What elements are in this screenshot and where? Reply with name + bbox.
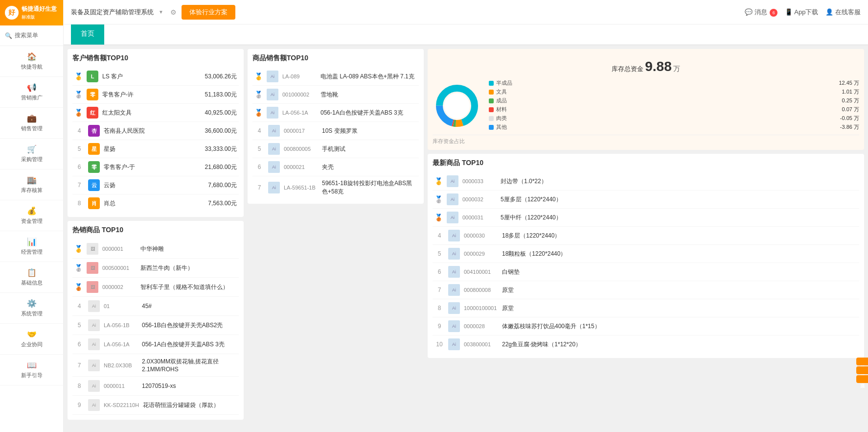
customer-value: 7,563.00元 [208,199,237,208]
logo-title: 畅捷通好生意 [22,5,57,13]
finance-icon: 💰 [27,206,37,216]
product-name: 新西兰牛肉（新牛） [140,264,237,272]
customer-list-item: 🥈 零 零售客户-许 51,183.00元 [72,86,239,104]
tab-home[interactable]: 首页 [71,24,104,45]
product-img: Ai [448,302,460,314]
hot-product-item: 5 Ai LA-056-1B 056-1B白色按键开关壳ABS2壳 [72,316,239,335]
legend-item: 半成品 12.45 万 [489,79,859,87]
product-img: Ai [88,360,100,371]
product-name: 夹壳 [322,163,417,171]
rank-num: 9 [434,323,444,330]
product-name: 原堂 [502,286,857,294]
newest-products-card: 最新商品 TOP10 🥇 Ai 0000033 封边带（1.0*22）🥈 Ai … [428,154,864,358]
app-download-link[interactable]: 📱 App下载 [785,8,818,17]
newest-product-item: 🥈 Ai 0000032 5厘多层（1220*2440） [433,191,859,209]
newest-product-item: 4 Ai 0000030 18多层（1220*2440） [433,227,859,245]
product-code: LA-056-1A [104,341,138,347]
product-code: 0000001 [102,246,137,252]
system-icon: ⚙️ [27,299,37,308]
customer-avatar: L [87,71,98,82]
product-name: 原堂 [502,304,857,312]
middle-left-panel: 客户销售额TOP10 🥇 L LS 客户 53,006.26元🥈 零 零售客户-… [68,49,244,428]
legend-label: 材料 [496,106,840,113]
float-service-btn[interactable]: 直播 [856,375,868,383]
sidebar-item-system[interactable]: ⚙️系统管理 [0,293,63,324]
sidebar-item-finance[interactable]: 💰资金管理 [0,200,63,231]
sidebar-item-basic[interactable]: 📋基础信息 [0,262,63,293]
search-menu-button[interactable]: 🔍 搜索菜单 [5,29,58,42]
legend-label: 文具 [496,88,840,96]
online-service-link[interactable]: 👤 在线客服 [825,8,861,17]
customer-value: 36,600.00元 [205,127,237,135]
customer-name: 零售客户-许 [102,91,201,99]
customer-list: 🥇 L LS 客户 53,006.26元🥈 零 零售客户-许 51,183.00… [72,68,239,212]
float-service-btn[interactable]: 客服热线 [856,358,868,365]
product-name: 59651-1B旋转投影灯电池盒ABS黑色+58克 [322,179,417,196]
product-img: Ai [88,319,100,331]
customer-avatar: 云 [88,179,100,191]
product-code: 0000028 [464,323,498,329]
product-img: Ai [268,161,280,173]
legend-item: 成品 0.25 万 [489,97,859,104]
legend-dot [489,81,494,86]
legend-label: 其他 [496,123,838,131]
rank-num: 7 [254,184,264,191]
sidebar-item-purchase[interactable]: 🛒采购管理 [0,139,63,169]
customer-list-item: 🥉 红 红太阳文具 40,925.00元 [72,104,239,122]
search-menu-label: 搜索菜单 [15,31,38,40]
customer-avatar: 星 [88,143,100,155]
product-code: NB2.0X30B [104,362,138,368]
product-img: Ai [268,125,280,137]
sidebar-item-guide[interactable]: 📖新手引导 [0,355,63,385]
sidebar-search-area[interactable]: 🔍 搜索菜单 [0,25,63,46]
product-img: 🖼 [87,281,98,293]
hot-product-item: 4 Ai 01 45# [72,297,239,316]
product-code: 000800008 [464,287,498,293]
rank-medal: 🥈 [434,195,443,203]
sidebar-item-company[interactable]: 🤝企业协同 [0,324,63,355]
rank-num: 7 [74,182,84,189]
sidebar-item-quick-nav[interactable]: 🏠快捷导航 [0,46,63,77]
newest-product-item: 7 Ai 000800008 原堂 [433,281,859,299]
rank-num: 9 [74,402,84,408]
gear-icon[interactable]: ⚙ [170,8,177,16]
legend-value: 12.45 万 [839,79,859,87]
rank-medal: 🥇 [74,245,83,253]
product-name: 45# [142,303,237,310]
customer-avatar: 红 [87,107,98,119]
right-panel: 库存总资金 9.88 万 [428,49,864,428]
sidebar-item-marketing[interactable]: 📢营销推广 [0,77,63,108]
float-service-btn[interactable]: 服务社区 [856,366,868,374]
product-code: 0000031 [462,215,497,220]
product-name: 12070519-xs [142,383,237,389]
legend-dot [489,125,494,130]
product-name: 花语萌恒温分罐罐袋（厚款） [143,401,237,409]
rank-num: 10 [434,341,444,348]
sidebar-item-operation[interactable]: 📊经营管理 [0,231,63,262]
product-name: 封边带（1.0*22） [501,177,857,186]
product-code: 003800001 [464,341,498,347]
newest-product-item: 🥇 Ai 0000033 封边带（1.0*22） [433,172,859,191]
rank-num: 4 [74,127,84,134]
sidebar-item-inventory[interactable]: 🏬库存核算 [0,169,63,200]
product-img: Ai [267,89,278,100]
inventory-legend: 半成品 12.45 万 文具 1.01 万 成品 0.25 万 材料 0.07 … [489,79,859,132]
try-btn[interactable]: 体验行业方案 [182,5,235,20]
logo-icon: 好 [5,6,19,20]
rank-num: 7 [434,287,444,293]
quick-nav-icon: 🏠 [27,52,37,61]
product-code: 0000033 [462,178,497,184]
newest-product-item: 9 Ai 0000028 体嫩荔枝味苏打饮品400毫升（1*15） [433,317,859,336]
content-area: 客户销售额TOP10 🥇 L LS 客户 53,006.26元🥈 零 零售客户-… [64,45,868,432]
dropdown-icon[interactable]: ▼ [159,9,163,15]
sidebar-item-sales[interactable]: 💼销售管理 [0,108,63,139]
inventory-label: 库存核算 [21,187,43,194]
operation-label: 经营管理 [21,248,43,256]
customer-name: 肖总 [104,199,204,208]
product-name: 体嫩荔枝味苏打饮品400毫升（1*15） [502,322,857,331]
rank-medal: 🥈 [254,91,263,98]
message-link[interactable]: 💬 消息 6 [745,8,777,17]
newest-products-title: 最新商品 TOP10 [433,159,859,168]
legend-item: 文具 1.01 万 [489,88,859,96]
product-name: 中华神雕 [140,245,237,253]
